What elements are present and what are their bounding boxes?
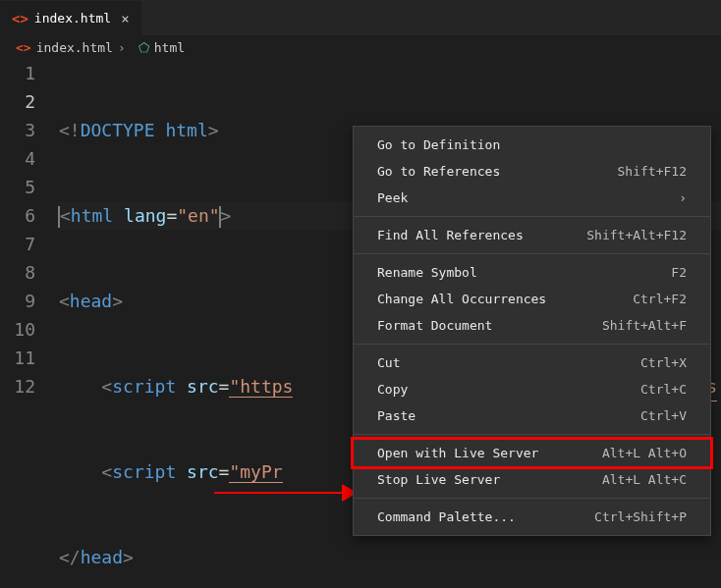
line-number: 3 — [0, 116, 35, 144]
chevron-right-icon: › — [118, 40, 126, 55]
menu-label: Command Palette... — [377, 509, 516, 524]
menu-command-palette[interactable]: Command Palette... Ctrl+Shift+P — [354, 504, 710, 530]
tab-index-html[interactable]: <> index.html × — [0, 0, 141, 35]
menu-label: Paste — [377, 408, 416, 423]
menu-shortcut: Ctrl+V — [640, 408, 687, 423]
menu-shortcut: Ctrl+Shift+P — [594, 509, 687, 524]
line-number: 4 — [0, 144, 35, 173]
menu-separator — [354, 216, 710, 217]
menu-separator — [354, 253, 710, 254]
menu-go-to-references[interactable]: Go to References Shift+F12 — [354, 158, 710, 185]
line-number-gutter: 1 2 3 4 5 6 7 8 9 10 11 12 — [0, 59, 59, 588]
menu-shortcut: Alt+L Alt+C — [602, 472, 687, 487]
menu-shortcut: Alt+L Alt+O — [602, 446, 687, 460]
menu-rename-symbol[interactable]: Rename Symbol F2 — [354, 259, 710, 286]
tab-bar: <> index.html × — [0, 0, 721, 35]
context-menu: Go to Definition Go to References Shift+… — [353, 126, 711, 536]
html-file-icon: <> — [16, 40, 31, 55]
breadcrumb-node: html — [154, 40, 185, 55]
menu-shortcut: Ctrl+F2 — [633, 292, 687, 306]
line-number: 11 — [0, 344, 35, 372]
breadcrumb-file: index.html — [36, 40, 113, 55]
tab-label: index.html — [34, 11, 111, 26]
menu-stop-live-server[interactable]: Stop Live Server Alt+L Alt+C — [354, 466, 710, 493]
menu-label: Format Document — [377, 318, 492, 333]
line-number: 7 — [0, 230, 35, 258]
menu-label: Cut — [377, 355, 400, 370]
menu-label: Rename Symbol — [377, 265, 477, 280]
menu-shortcut: Ctrl+C — [640, 382, 687, 397]
menu-label: Peek — [377, 190, 408, 205]
cube-icon: ⬠ — [139, 40, 149, 55]
line-number: 1 — [0, 59, 35, 87]
menu-shortcut: Shift+F12 — [618, 164, 687, 179]
menu-format-document[interactable]: Format Document Shift+Alt+F — [354, 312, 710, 339]
menu-label: Go to Definition — [377, 137, 500, 152]
menu-copy[interactable]: Copy Ctrl+C — [354, 376, 710, 402]
menu-label: Copy — [377, 382, 408, 397]
menu-open-live-server[interactable]: Open with Live Server Alt+L Alt+O — [351, 437, 713, 469]
menu-separator — [354, 344, 710, 345]
menu-find-all-references[interactable]: Find All References Shift+Alt+F12 — [354, 222, 710, 248]
menu-peek[interactable]: Peek › — [354, 185, 710, 211]
menu-shortcut: Shift+Alt+F — [602, 318, 687, 333]
chevron-right-icon: › — [679, 190, 687, 205]
menu-shortcut: F2 — [671, 265, 687, 280]
menu-label: Open with Live Server — [377, 446, 538, 460]
menu-paste[interactable]: Paste Ctrl+V — [354, 402, 710, 429]
close-icon[interactable]: × — [121, 11, 129, 27]
menu-shortcut: Shift+Alt+F12 — [586, 228, 687, 242]
line-number: 8 — [0, 258, 35, 287]
line-number: 6 — [0, 201, 35, 230]
breadcrumb[interactable]: <> index.html › ⬠ html — [0, 35, 721, 59]
menu-separator — [354, 498, 710, 499]
menu-label: Go to References — [377, 164, 500, 179]
menu-label: Find All References — [377, 228, 524, 242]
line-number: 10 — [0, 315, 35, 344]
code-line[interactable]: </head> — [59, 543, 721, 571]
menu-label: Change All Occurrences — [377, 292, 546, 306]
menu-change-all-occurrences[interactable]: Change All Occurrences Ctrl+F2 — [354, 286, 710, 312]
menu-go-to-definition[interactable]: Go to Definition — [354, 132, 710, 158]
menu-label: Stop Live Server — [377, 472, 500, 487]
menu-separator — [354, 434, 710, 435]
menu-shortcut: Ctrl+X — [640, 355, 687, 370]
line-number: 9 — [0, 287, 35, 315]
html-file-icon: <> — [12, 11, 28, 27]
line-number: 5 — [0, 173, 35, 201]
line-number: 12 — [0, 372, 35, 401]
line-number: 2 — [0, 87, 35, 116]
menu-cut[interactable]: Cut Ctrl+X — [354, 349, 710, 376]
